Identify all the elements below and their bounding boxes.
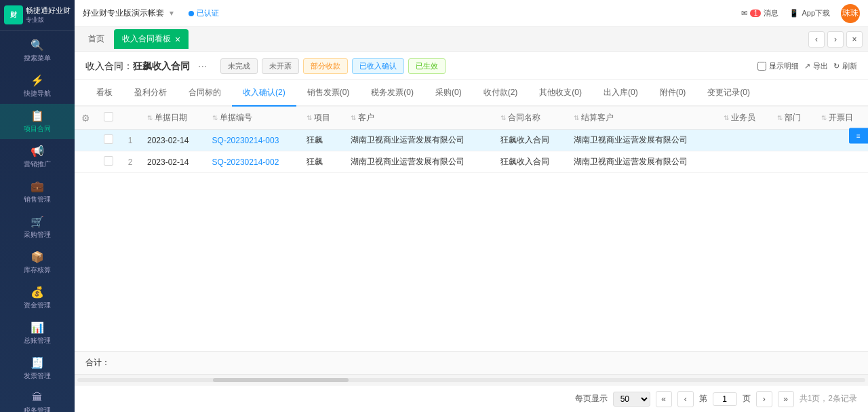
show-detail-checkbox[interactable]: 显示明细	[757, 61, 799, 71]
sidebar-item-采购管理[interactable]: 🛒采购管理	[0, 210, 75, 245]
subtab-采购[interactable]: 采购(0)	[425, 80, 473, 107]
show-detail-input[interactable]	[757, 62, 766, 71]
select-all-checkbox[interactable]	[104, 112, 113, 121]
row-settings[interactable]	[75, 130, 97, 151]
sidebar-item-发票管理[interactable]: 🧾发票管理	[0, 351, 75, 386]
next-page-button[interactable]: ›	[756, 391, 772, 407]
department-column-header[interactable]: ⇅ 部门	[770, 107, 814, 130]
tab-close-button[interactable]: ×	[846, 31, 863, 48]
tab-next-button[interactable]: ›	[827, 31, 844, 48]
table-row[interactable]: 1 2023-02-14 SQ-20230214-003 狂飙 湖南卫视商业运营…	[75, 130, 868, 151]
sidebar-item-资金管理[interactable]: 💰资金管理	[0, 280, 75, 316]
sidebar-item-搜索菜单[interactable]: 🔍搜索菜单	[0, 33, 75, 69]
subtab-销售发票[interactable]: 销售发票(0)	[296, 80, 361, 107]
company-selector[interactable]: 好业财专业版演示帐套 ▼	[83, 7, 175, 19]
gear-icon: ⚙	[81, 113, 90, 124]
nav-icon: 📢	[31, 145, 44, 157]
first-page-button[interactable]: «	[656, 391, 672, 407]
sort-icon7: ⇅	[724, 114, 729, 121]
float-action-button[interactable]: ≡	[849, 128, 868, 144]
sort-icon: ⇅	[147, 114, 153, 121]
row-checkbox[interactable]	[97, 130, 120, 151]
sidebar-item-库存核算[interactable]: 📦库存核算	[0, 245, 75, 280]
sort-icon3: ⇅	[307, 114, 312, 121]
nav-icon: ⚡	[31, 74, 44, 87]
table-header-row: ⚙ ⇅ 单据日期 ⇅ 单据编号 ⇅ 项目 ⇅ 客户 ⇅ 合同名称 ⇅ 结算客户 …	[75, 107, 868, 130]
nav-icon: 🛒	[31, 215, 44, 228]
horizontal-scrollbar[interactable]	[75, 374, 868, 385]
row-final-customer: 湖南卫视商业运营发展有限公司	[567, 151, 717, 173]
row-docno[interactable]: SQ-20230214-002	[205, 151, 300, 173]
table-body: 1 2023-02-14 SQ-20230214-003 狂飙 湖南卫视商业运营…	[75, 130, 868, 173]
sidebar-item-快捷导航[interactable]: ⚡快捷导航	[0, 69, 75, 104]
tab-close-icon[interactable]: ×	[175, 35, 180, 44]
tab-contract-board[interactable]: 收入合同看板 ×	[114, 29, 189, 49]
date-column-header[interactable]: ⇅ 单据日期	[140, 107, 205, 130]
nav-label: 快捷导航	[24, 89, 51, 98]
row-date: 2023-02-14	[140, 130, 205, 151]
sidebar-item-总账管理[interactable]: 📊总账管理	[0, 316, 75, 351]
nav-icon: 📋	[31, 109, 44, 122]
row-contract-name: 狂飙收入合同	[494, 130, 567, 151]
subtab-附件[interactable]: 附件(0)	[649, 80, 697, 107]
sidebar-item-税务管理[interactable]: 🏛税务管理	[0, 386, 75, 412]
nav-icon: 💼	[31, 180, 44, 193]
export-button[interactable]: ↗ 导出	[804, 61, 828, 71]
final-customer-column-header[interactable]: ⇅ 结算客户	[567, 107, 717, 130]
sidebar-item-营销推广[interactable]: 📢营销推广	[0, 139, 75, 174]
salesperson-column-header[interactable]: ⇅ 业务员	[717, 107, 770, 130]
row-date: 2023-02-14	[140, 151, 205, 173]
subtab-出入库[interactable]: 出入库(0)	[593, 80, 649, 107]
download-icon: 📱	[789, 9, 799, 18]
checkbox-column-header[interactable]	[97, 107, 120, 130]
subtab-合同标的[interactable]: 合同标的	[178, 80, 232, 107]
status-btn-未完成[interactable]: 未完成	[220, 58, 258, 74]
contract-name-column-header[interactable]: ⇅ 合同名称	[494, 107, 567, 130]
subtab-其他收支[interactable]: 其他收支(0)	[528, 80, 593, 107]
tab-home[interactable]: 首页	[80, 29, 113, 49]
project-column-header[interactable]: ⇅ 项目	[300, 107, 344, 130]
app-download-button[interactable]: 📱 App下载	[789, 8, 830, 18]
message-button[interactable]: ✉ 1 消息	[741, 8, 778, 18]
row-check-input[interactable]	[104, 156, 113, 166]
contract-title: 狂飙收入合同	[133, 60, 190, 71]
sidebar-item-销售管理[interactable]: 💼销售管理	[0, 174, 75, 210]
doc-link[interactable]: SQ-20230214-002	[212, 157, 279, 167]
prev-page-button[interactable]: ‹	[677, 391, 694, 407]
doc-link[interactable]: SQ-20230214-003	[212, 136, 279, 145]
subtab-收付款[interactable]: 收付款(2)	[473, 80, 529, 107]
subtab-看板[interactable]: 看板	[85, 80, 123, 107]
user-avatar-button[interactable]: 珠珠	[841, 4, 860, 23]
open-date-column-header[interactable]: ⇅ 开票日	[814, 107, 868, 130]
sidebar-item-项目合同[interactable]: 📋项目合同	[0, 104, 75, 139]
docno-column-header[interactable]: ⇅ 单据编号	[205, 107, 300, 130]
tab-prev-button[interactable]: ‹	[808, 31, 825, 48]
row-check-input[interactable]	[104, 134, 113, 144]
row-docno[interactable]: SQ-20230214-003	[205, 130, 300, 151]
customer-column-header[interactable]: ⇅ 客户	[344, 107, 494, 130]
last-page-button[interactable]: »	[778, 391, 794, 407]
subtab-盈利分析[interactable]: 盈利分析	[123, 80, 178, 107]
page-number-input[interactable]	[713, 392, 737, 406]
row-settings[interactable]	[75, 151, 97, 173]
nav-icon: 🔍	[31, 39, 44, 52]
row-checkbox[interactable]	[97, 151, 120, 173]
sort-icon5: ⇅	[500, 114, 506, 121]
contract-more-button[interactable]: ···	[198, 61, 207, 72]
settings-column-header[interactable]: ⚙	[75, 107, 97, 130]
status-btn-未开票[interactable]: 未开票	[262, 58, 299, 74]
page-size-select[interactable]: 50 100 200	[613, 392, 650, 407]
status-btn-已生效[interactable]: 已生效	[408, 58, 446, 74]
nav-icon: 🧾	[31, 356, 44, 369]
status-btn-部分收款[interactable]: 部分收款	[303, 58, 348, 74]
refresh-button[interactable]: ↻ 刷新	[833, 61, 857, 71]
table-row[interactable]: 2 2023-02-14 SQ-20230214-002 狂飙 湖南卫视商业运营…	[75, 151, 868, 173]
status-btn-已收入确认[interactable]: 已收入确认	[352, 58, 404, 74]
scroll-thumb[interactable]	[213, 378, 349, 382]
contract-header: 收入合同：狂飙收入合同 ··· 未完成未开票部分收款已收入确认已生效 显示明细 …	[75, 52, 868, 80]
sidebar: 财 畅捷通好业财 专业版 🔍搜索菜单⚡快捷导航📋项目合同📢营销推广💼销售管理🛒采…	[0, 0, 75, 412]
subtab-变更记录[interactable]: 变更记录(0)	[696, 80, 761, 107]
subtab-税务发票[interactable]: 税务发票(0)	[360, 80, 425, 107]
subtab-收入确认[interactable]: 收入确认(2)	[232, 80, 296, 107]
row-final-customer: 湖南卫视商业运营发展有限公司	[567, 130, 717, 151]
